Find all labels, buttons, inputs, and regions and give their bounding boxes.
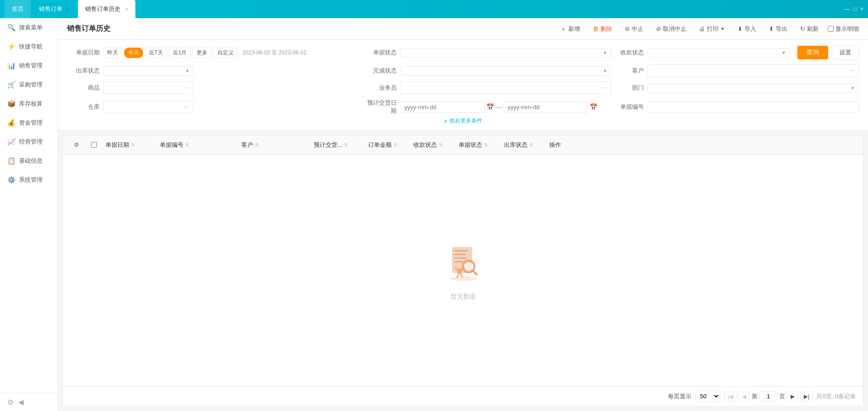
display-detail-checkbox[interactable] bbox=[828, 26, 834, 32]
salesman-more-icon[interactable]: ··· bbox=[601, 84, 607, 92]
export-button[interactable]: ⬆ 导出 bbox=[765, 23, 791, 35]
goods-text-input[interactable] bbox=[107, 85, 182, 92]
operation-mgmt-icon: 📈 bbox=[7, 138, 15, 146]
sn-input[interactable] bbox=[647, 102, 859, 113]
query-button[interactable]: 查询 bbox=[797, 46, 828, 59]
first-page-btn[interactable]: |◀ bbox=[724, 392, 737, 401]
import-label: 导入 bbox=[744, 25, 756, 33]
warehouse-input[interactable]: ··· bbox=[103, 101, 194, 113]
close-sales-order-history-tab[interactable]: × bbox=[125, 6, 128, 12]
customer-text-input[interactable] bbox=[652, 68, 847, 74]
col-settings-icon[interactable]: ⚙ bbox=[67, 141, 86, 148]
complete-status-select[interactable]: ▼ bbox=[400, 66, 612, 76]
sn-text-input[interactable] bbox=[652, 104, 855, 111]
date-buttons: 昨天 今天 近7天 近1月 更多 自定义 bbox=[103, 48, 238, 58]
page-title: 销售订单历史 bbox=[67, 24, 110, 34]
next-page-btn[interactable]: ▶ bbox=[787, 392, 798, 401]
window-minimize[interactable]: — bbox=[844, 6, 850, 12]
col-op-header: 操作 bbox=[546, 141, 858, 149]
sidebar-item-base-info[interactable]: 📋 基础信息 bbox=[0, 151, 58, 170]
col-customer-header[interactable]: 客户 ⇅ bbox=[238, 141, 310, 149]
per-page-select[interactable]: 50 10 20 100 bbox=[695, 391, 720, 402]
amount-sort-icon: ⇅ bbox=[393, 142, 397, 147]
settings-button[interactable]: 设置 bbox=[832, 45, 859, 60]
per-page-label: 每页显示 bbox=[668, 392, 691, 401]
page-navigation: |◀ ◀ 第 页 ▶ ▶| bbox=[724, 391, 813, 401]
sidebar-item-sys-mgmt[interactable]: ⚙️ 系统管理 bbox=[0, 170, 58, 189]
col-expected-header[interactable]: 预计交货... ⇅ bbox=[310, 141, 364, 149]
last-page-btn[interactable]: ▶| bbox=[800, 392, 813, 401]
col-amount-header[interactable]: 订单金额 ⇅ bbox=[364, 141, 410, 149]
sidebar-item-quick-nav[interactable]: ⚡ 快捷导航 bbox=[0, 37, 58, 56]
print-arrow-icon: ▼ bbox=[720, 26, 725, 31]
tab-home[interactable]: 首页 bbox=[5, 0, 31, 18]
sidebar-item-search-menu[interactable]: 🔍 搜索菜单 bbox=[0, 18, 58, 37]
stop-icon: ⊘ bbox=[625, 25, 630, 32]
status-select[interactable]: ▼ bbox=[400, 48, 612, 58]
goods-more-icon[interactable]: ··· bbox=[184, 84, 190, 92]
window-maximize[interactable]: □ bbox=[854, 6, 857, 12]
customer-more-icon[interactable]: ··· bbox=[849, 67, 855, 75]
col-check[interactable] bbox=[86, 142, 102, 148]
empty-icon bbox=[441, 240, 486, 285]
dept-select[interactable]: ▼ bbox=[647, 83, 859, 93]
goods-input[interactable]: ··· bbox=[103, 82, 194, 94]
col-status-header[interactable]: 单据状态 ⇅ bbox=[455, 141, 500, 149]
receipt-status-select[interactable]: ▼ bbox=[647, 48, 790, 58]
sidebar-item-operation-mgmt[interactable]: 📈 经营管理 bbox=[0, 132, 58, 151]
page-number-input[interactable] bbox=[759, 391, 777, 401]
collapse-label: 收起更多条件 bbox=[450, 117, 482, 125]
new-icon: ＋ bbox=[561, 25, 566, 33]
col-sn-header[interactable]: 单据编号 ⇅ bbox=[156, 141, 238, 149]
tab-sales-order-history[interactable]: 销售订单历史 × bbox=[78, 0, 135, 18]
delete-button[interactable]: 🗑 删除 bbox=[589, 23, 616, 35]
warehouse-more-icon[interactable]: ··· bbox=[184, 103, 190, 111]
stop-button[interactable]: ⊘ 中止 bbox=[621, 23, 647, 35]
out-status-select[interactable]: ▼ bbox=[103, 66, 194, 76]
sidebar-label-inventory: 库存核算 bbox=[19, 100, 43, 108]
cancel-stop-button[interactable]: ⊘ 取消中止 bbox=[652, 23, 690, 35]
customer-input[interactable]: ··· bbox=[647, 64, 859, 77]
refresh-button[interactable]: ↻ 刷新 bbox=[796, 23, 822, 35]
export-icon: ⬆ bbox=[769, 25, 774, 32]
window-close[interactable]: × bbox=[860, 6, 863, 12]
receipt-status-label: 收款状态 bbox=[611, 48, 647, 57]
prev-page-btn[interactable]: ◀ bbox=[739, 392, 750, 401]
print-button[interactable]: 🖨 打印 ▼ bbox=[695, 23, 729, 35]
tab-sales-order[interactable]: 销售订单 × bbox=[32, 0, 77, 18]
sidebar-label-purchase-mgmt: 采购管理 bbox=[19, 81, 43, 89]
sidebar-item-sales-mgmt[interactable]: 📊 销售管理 bbox=[0, 56, 58, 75]
sidebar-collapse-icon[interactable]: ◀ bbox=[18, 398, 24, 406]
date-btn-1month[interactable]: 近1月 bbox=[169, 48, 191, 58]
col-date-header[interactable]: 单据日期 ⇅ bbox=[102, 141, 156, 149]
import-button[interactable]: ⬇ 导入 bbox=[734, 23, 760, 35]
sidebar-item-finance-mgmt[interactable]: 💰 资金管理 bbox=[0, 113, 58, 132]
date-btn-7days[interactable]: 近7天 bbox=[145, 48, 167, 58]
date-btn-more[interactable]: 更多 bbox=[192, 48, 211, 58]
cancel-stop-label: 取消中止 bbox=[663, 25, 686, 33]
salesman-text-input[interactable] bbox=[404, 85, 599, 92]
expected-date-from[interactable] bbox=[400, 102, 484, 113]
warehouse-text-input[interactable] bbox=[107, 104, 182, 111]
date-btn-custom[interactable]: 自定义 bbox=[213, 48, 238, 58]
status-select-arrow: ▼ bbox=[603, 50, 608, 55]
col-out-header[interactable]: 出库状态 ⇅ bbox=[500, 141, 546, 149]
collapse-row[interactable]: ∧ 收起更多条件 bbox=[67, 115, 859, 125]
new-button[interactable]: ＋ 新增 bbox=[557, 23, 584, 35]
col-receipt-header[interactable]: 收款状态 ⇅ bbox=[410, 141, 455, 149]
quick-nav-icon: ⚡ bbox=[7, 43, 15, 51]
close-sales-order-tab[interactable]: × bbox=[67, 6, 70, 12]
select-all-checkbox[interactable] bbox=[91, 142, 97, 148]
sidebar-settings-icon[interactable]: ⚙ bbox=[7, 398, 14, 406]
date-from-icon[interactable]: 📅 bbox=[486, 103, 494, 111]
date-to-icon[interactable]: 📅 bbox=[590, 103, 597, 111]
expected-date-to[interactable] bbox=[504, 102, 588, 113]
sidebar-item-purchase-mgmt[interactable]: 🛒 采购管理 bbox=[0, 75, 58, 94]
date-btn-yesterday[interactable]: 昨天 bbox=[103, 48, 122, 58]
salesman-input[interactable]: ··· bbox=[400, 82, 612, 94]
sidebar-item-inventory[interactable]: 📦 库存核算 bbox=[0, 94, 58, 113]
sidebar-label-quick-nav: 快捷导航 bbox=[19, 43, 43, 51]
receipt-sort-icon: ⇅ bbox=[439, 142, 442, 147]
display-detail-toggle[interactable]: 显示明细 bbox=[828, 25, 859, 33]
date-btn-today[interactable]: 今天 bbox=[124, 48, 143, 58]
